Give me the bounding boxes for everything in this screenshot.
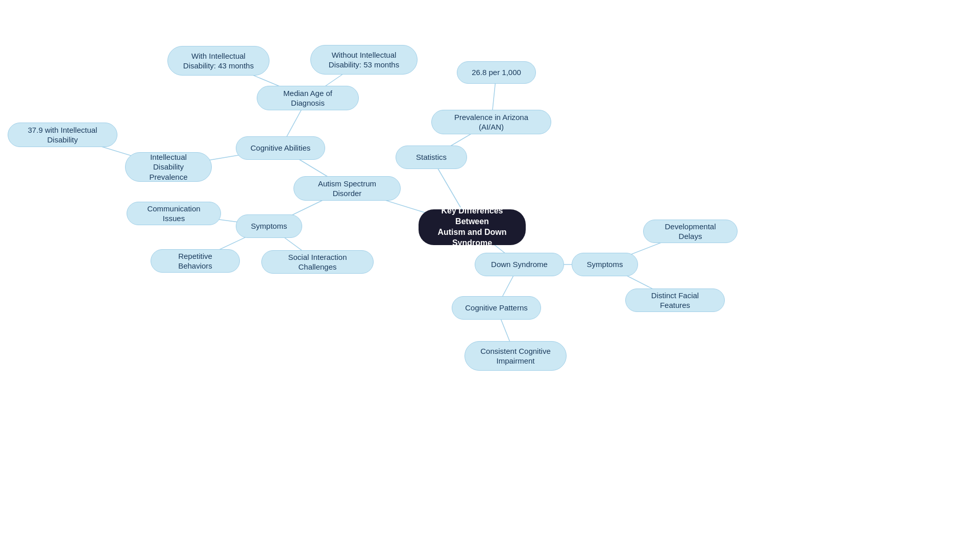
node-median_age[interactable]: Median Age of Diagnosis	[257, 86, 359, 110]
node-prevalence_az[interactable]: Prevalence in Arizona (AI/AN)	[431, 110, 551, 134]
node-label-intellectual_disability_prevalence: Intellectual Disability Prevalence	[136, 152, 201, 182]
node-label-developmental_delays: Developmental Delays	[654, 222, 727, 242]
node-label-down_syndrome: Down Syndrome	[491, 259, 548, 270]
node-down_syndrome[interactable]: Down Syndrome	[475, 253, 564, 276]
node-cognitive_patterns[interactable]: Cognitive Patterns	[452, 296, 541, 320]
node-label-center: Key Differences Between Autism and Down …	[429, 206, 516, 248]
node-label-social: Social Interaction Challenges	[272, 252, 363, 272]
node-developmental_delays[interactable]: Developmental Delays	[643, 220, 738, 243]
node-label-asd: Autism Spectrum Disorder	[304, 179, 390, 199]
node-label-distinct_facial: Distinct Facial Features	[636, 291, 714, 310]
node-social[interactable]: Social Interaction Challenges	[261, 250, 374, 274]
node-label-repetitive: Repetitive Behaviors	[161, 251, 229, 271]
node-37_9[interactable]: 37.9 with Intellectual Disability	[8, 123, 117, 147]
node-consistent_cognitive[interactable]: Consistent Cognitive Impairment	[464, 341, 567, 371]
node-asd[interactable]: Autism Spectrum Disorder	[293, 176, 401, 201]
mind-map: Key Differences Between Autism and Down …	[0, 0, 980, 553]
node-symptoms_ds[interactable]: Symptoms	[572, 253, 638, 276]
node-label-consistent_cognitive: Consistent Cognitive Impairment	[480, 346, 551, 366]
node-with_intellectual[interactable]: With Intellectual Disability: 43 months	[167, 46, 270, 76]
node-label-cognitive_patterns: Cognitive Patterns	[465, 303, 528, 313]
node-symptoms_asd[interactable]: Symptoms	[236, 214, 302, 238]
node-label-symptoms_asd: Symptoms	[251, 221, 287, 231]
node-label-symptoms_ds: Symptoms	[587, 259, 623, 270]
node-label-prevalence_az: Prevalence in Arizona (AI/AN)	[442, 112, 541, 132]
node-label-median_age: Median Age of Diagnosis	[267, 88, 348, 108]
node-label-without_intellectual: Without Intellectual Disability: 53 mont…	[321, 50, 407, 70]
node-distinct_facial[interactable]: Distinct Facial Features	[625, 288, 725, 312]
node-label-statistics: Statistics	[416, 152, 447, 162]
node-26_8[interactable]: 26.8 per 1,000	[457, 61, 536, 84]
node-without_intellectual[interactable]: Without Intellectual Disability: 53 mont…	[310, 45, 418, 75]
node-label-with_intellectual: With Intellectual Disability: 43 months	[178, 51, 259, 71]
node-repetitive[interactable]: Repetitive Behaviors	[151, 249, 240, 273]
node-cognitive_abilities[interactable]: Cognitive Abilities	[236, 136, 325, 160]
node-statistics[interactable]: Statistics	[396, 146, 467, 169]
node-label-cognitive_abilities: Cognitive Abilities	[251, 143, 311, 153]
node-communication[interactable]: Communication Issues	[127, 202, 221, 225]
node-intellectual_disability_prevalence[interactable]: Intellectual Disability Prevalence	[125, 152, 212, 182]
node-label-37_9: 37.9 with Intellectual Disability	[18, 125, 107, 145]
node-center[interactable]: Key Differences Between Autism and Down …	[419, 209, 526, 245]
node-label-26_8: 26.8 per 1,000	[472, 67, 521, 78]
node-label-communication: Communication Issues	[137, 204, 210, 224]
